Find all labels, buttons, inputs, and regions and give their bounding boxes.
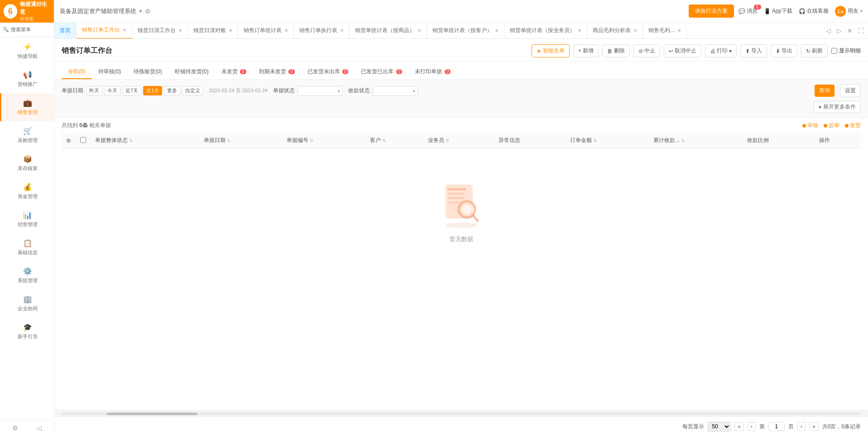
tab-sales-stats[interactable]: 销售订单统计表 ✕ bbox=[238, 23, 294, 39]
tabs-maximize-btn[interactable]: ⛶ bbox=[856, 26, 865, 35]
tab-sales-workbench[interactable]: 销售订单工作台 ✕ bbox=[77, 23, 132, 39]
tab-sales-stats-label: 销售订单统计表 bbox=[244, 27, 282, 34]
sidebar-item-quick-nav[interactable]: ⚡ 快捷导航 bbox=[0, 37, 54, 65]
import-btn[interactable]: ⬆ 导入 bbox=[740, 44, 767, 57]
query-btn[interactable]: 查询 bbox=[815, 85, 834, 97]
smart-btn[interactable]: ★ 智能生单 bbox=[532, 44, 570, 57]
tab-sales-more-close[interactable]: ✕ bbox=[677, 28, 681, 33]
date-custom-btn[interactable]: 自定义 bbox=[182, 86, 203, 95]
tab-cash-daily-close[interactable]: ✕ bbox=[178, 28, 182, 33]
sidebar-item-basic-info[interactable]: 📋 基础信息 bbox=[0, 233, 54, 261]
export-btn[interactable]: ⬇ 导出 bbox=[771, 44, 797, 57]
tab-sales-by-product[interactable]: 销货单统计表（按商品） ✕ bbox=[350, 23, 427, 39]
first-page-btn[interactable]: « bbox=[734, 422, 744, 431]
sidebar-item-sales[interactable]: 💼 销售管理 bbox=[0, 93, 54, 121]
tab-sales-by-product-close[interactable]: ✕ bbox=[417, 28, 421, 33]
online-service-btn[interactable]: 🎧 在线客服 bbox=[799, 7, 829, 15]
th-status-sort[interactable]: 单据整体状态 ⇅ bbox=[95, 137, 195, 144]
filter-payment-select[interactable] bbox=[373, 86, 418, 96]
sub-tab-not-printed[interactable]: 未打印单据 0 bbox=[408, 65, 457, 79]
user-btn[interactable]: Ea 用友 ▾ bbox=[835, 6, 863, 17]
th-number-sort[interactable]: 单据编号 ⇅ bbox=[287, 137, 361, 144]
tabs-prev-btn[interactable]: ◁ bbox=[824, 26, 833, 35]
tab-home[interactable]: 首页 bbox=[54, 23, 77, 39]
th-staff-sort[interactable]: 业务员 ⇅ bbox=[428, 137, 489, 144]
tab-cash-daily[interactable]: 钱货日清工作台 ✕ bbox=[132, 23, 188, 39]
tab-sales-more[interactable]: 销售毛利... ✕ bbox=[643, 23, 687, 39]
prev-page-btn[interactable]: ‹ bbox=[748, 422, 756, 431]
sub-tab-shipped-not-out[interactable]: 已发货未出库 0 bbox=[301, 65, 355, 79]
sidebar-search[interactable]: 🔍 搜索菜单 bbox=[0, 23, 54, 37]
page-input[interactable] bbox=[768, 422, 785, 431]
set-btn[interactable]: 设置 bbox=[840, 84, 861, 97]
scrollbar-thumb[interactable] bbox=[107, 412, 197, 415]
sidebar-item-system[interactable]: ⚙️ 系统管理 bbox=[0, 261, 54, 289]
new-btn[interactable]: + 新增 bbox=[573, 44, 599, 57]
expand-more-btn[interactable]: ▾ 展开更多条件 bbox=[814, 101, 861, 113]
page-size-select[interactable]: 10 20 50 100 bbox=[708, 422, 731, 431]
sidebar-settings-btn[interactable]: ⚙ bbox=[12, 424, 18, 431]
sidebar-item-marketing[interactable]: 📢 营销推广 bbox=[0, 65, 54, 93]
sub-tab-not-shipped[interactable]: 未发货 0 bbox=[215, 65, 253, 79]
sidebar-item-operations[interactable]: 📊 经营管理 bbox=[0, 205, 54, 233]
sidebar-item-enterprise[interactable]: 🏢 企业协同 bbox=[0, 289, 54, 318]
filter-status-select[interactable] bbox=[297, 86, 343, 96]
cancel-stop-btn[interactable]: ↩ 取消中止 bbox=[664, 44, 701, 57]
sub-tab-pending-review[interactable]: 待审核(0) bbox=[92, 65, 128, 79]
tab-gross-margin[interactable]: 商品毛利分析表 ✕ bbox=[587, 23, 643, 39]
tab-sales-by-customer[interactable]: 销货单统计表（按客户） ✕ bbox=[427, 23, 504, 39]
stop-btn[interactable]: ⊘ 中止 bbox=[633, 44, 660, 57]
refresh-btn[interactable]: ↻ 刷新 bbox=[801, 44, 828, 57]
sub-tab-wangpu[interactable]: 旺铺待发货(0) bbox=[168, 65, 215, 79]
date-7days-btn[interactable]: 近7天 bbox=[122, 86, 141, 95]
ship-btn[interactable]: 发货 bbox=[845, 122, 861, 129]
sub-tab-expired[interactable]: 到期未发货 0 bbox=[253, 65, 301, 79]
anti-review-btn[interactable]: 反审 bbox=[824, 122, 839, 129]
table-settings-icon[interactable]: ⚙ bbox=[66, 137, 71, 144]
show-detail-checkbox[interactable] bbox=[831, 48, 837, 54]
topbar-settings-icon[interactable]: ⚙ bbox=[145, 8, 151, 15]
tab-sales-by-staff[interactable]: 销货单统计表（按业务员） ✕ bbox=[504, 23, 587, 39]
sidebar-item-inventory[interactable]: 📦 库存核算 bbox=[0, 149, 54, 177]
sidebar-item-guide[interactable]: 🎓 新手引导 bbox=[0, 318, 54, 346]
delete-btn[interactable]: 🗑 删除 bbox=[602, 44, 630, 57]
check-all[interactable] bbox=[80, 137, 86, 143]
tab-cash-account-close[interactable]: ✕ bbox=[229, 28, 232, 33]
review-btn[interactable]: 审核 bbox=[802, 122, 818, 129]
topbar-dropdown-icon[interactable]: ▾ bbox=[139, 8, 142, 14]
industry-btn[interactable]: 体验行业方案 bbox=[689, 5, 734, 18]
date-yesterday-btn[interactable]: 昨天 bbox=[86, 86, 102, 95]
print-btn[interactable]: 🖨 打印 ▾ bbox=[705, 44, 737, 57]
tab-sales-by-staff-close[interactable]: ✕ bbox=[578, 28, 581, 33]
tab-sales-workbench-close[interactable]: ✕ bbox=[123, 28, 126, 33]
last-page-btn[interactable]: » bbox=[809, 422, 819, 431]
sub-tab-shipped-out[interactable]: 已发货已出库 0 bbox=[355, 65, 408, 79]
message-btn[interactable]: 💬 消息 6 bbox=[739, 7, 758, 15]
th-received-sort[interactable]: 累计收款... ⇅ bbox=[653, 137, 738, 144]
tabs-next-btn[interactable]: ▷ bbox=[834, 26, 844, 35]
tabs-close-btn[interactable]: ✕ bbox=[845, 26, 854, 35]
th-amount-sort[interactable]: 订单金额 ⇅ bbox=[570, 137, 644, 144]
sub-tab-pending-inspection[interactable]: 待拣验货(0) bbox=[127, 65, 168, 79]
th-date-sort[interactable]: 单据日期 ⇅ bbox=[204, 137, 278, 144]
th-exception-label: 异常信息 bbox=[499, 137, 520, 143]
sub-tab-all[interactable]: 全部(0) bbox=[62, 65, 92, 79]
th-customer-sort[interactable]: 客户 ⇅ bbox=[370, 137, 419, 144]
scrollbar-track[interactable] bbox=[62, 412, 861, 415]
tab-sales-by-customer-label: 销货单统计表（按客户） bbox=[432, 27, 492, 34]
tab-sales-stats-close[interactable]: ✕ bbox=[284, 28, 288, 33]
tab-gross-margin-close[interactable]: ✕ bbox=[633, 28, 637, 33]
tab-sales-by-customer-close[interactable]: ✕ bbox=[495, 28, 499, 33]
date-today-btn[interactable]: 今天 bbox=[104, 86, 120, 95]
date-1month-btn[interactable]: 近1月 bbox=[143, 86, 162, 95]
sidebar-item-finance[interactable]: 💰 资金管理 bbox=[0, 177, 54, 205]
topbar-title-area: 装备及固定资产辅助管理系统 ▾ ⚙ bbox=[60, 7, 684, 15]
sidebar-item-purchase[interactable]: 🛒 采购管理 bbox=[0, 121, 54, 149]
tab-sales-exec[interactable]: 销售订单执行表 ✕ bbox=[294, 23, 350, 39]
next-page-btn[interactable]: › bbox=[797, 422, 806, 431]
tab-cash-account[interactable]: 钱货日清对账 ✕ bbox=[188, 23, 238, 39]
tab-sales-exec-close[interactable]: ✕ bbox=[340, 28, 344, 33]
sidebar-collapse-btn[interactable]: ◁ bbox=[37, 424, 42, 431]
date-more-btn[interactable]: 更多 bbox=[164, 86, 180, 95]
app-download-btn[interactable]: 📱 App下载 bbox=[764, 7, 792, 15]
